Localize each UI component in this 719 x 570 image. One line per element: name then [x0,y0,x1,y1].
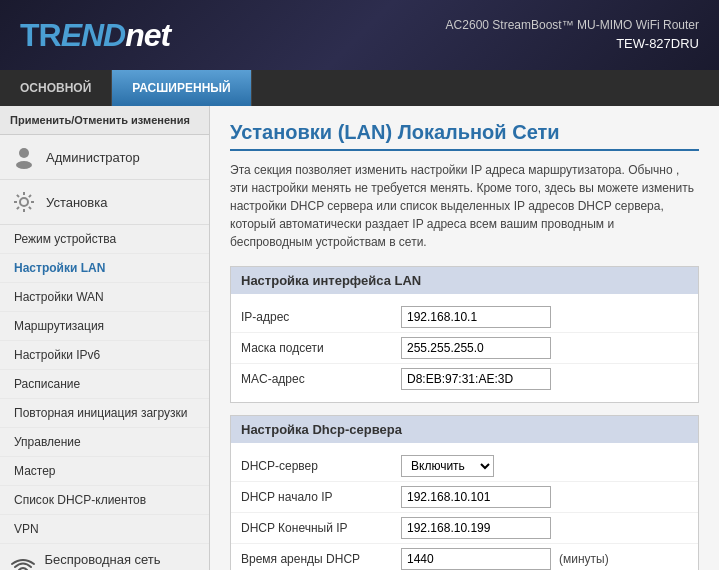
sidebar-item-wifi-label: Беспроводная сеть 2.4GHz [44,552,199,570]
dhcp-lease-time-input[interactable] [401,548,551,570]
sidebar-item-setup-label: Установка [46,195,107,210]
dhcp-start-ip-input[interactable] [401,486,551,508]
tab-basic[interactable]: ОСНОВНОЙ [0,70,112,106]
page-description: Эта секция позволяет изменить настройки … [230,161,699,251]
ip-address-label: IP-адрес [241,310,401,324]
setup-icon [10,188,38,216]
page-title: Установки (LAN) Локальной Сети [230,121,699,151]
header-info: AC2600 StreamBoost™ MU-MIMO WiFi Router … [446,16,699,54]
dhcp-end-ip-input[interactable] [401,517,551,539]
dhcp-lease-time-unit: (минуты) [559,552,609,566]
mac-address-label: MAC-адрес [241,372,401,386]
tab-advanced[interactable]: РАСШИРЕННЫЙ [112,70,251,106]
dhcp-start-ip-row: DHCP начало IP [231,482,698,513]
mac-address-row: MAC-адрес [231,364,698,394]
sidebar-item-ipv6[interactable]: Настройки IPv6 [0,341,209,370]
sidebar-item-wifi-24[interactable]: Беспроводная сеть 2.4GHz [0,544,209,570]
dhcp-server-label: DHCP-сервер [241,459,401,473]
sidebar: Применить/Отменить изменения Администрат… [0,106,210,570]
sidebar-item-wizard[interactable]: Мастер [0,457,209,486]
dhcp-header: Настройка Dhcp-сервера [231,416,698,443]
admin-icon [10,143,38,171]
lan-interface-section: Настройка интерфейса LAN IP-адрес Маска … [230,266,699,403]
dhcp-server-select[interactable]: Включить Отключить [401,455,494,477]
sidebar-item-management[interactable]: Управление [0,428,209,457]
sidebar-item-setup[interactable]: Установка [0,180,209,225]
sidebar-item-reboot[interactable]: Повторная инициация загрузки [0,399,209,428]
sidebar-item-routing[interactable]: Маршрутизация [0,312,209,341]
lan-interface-body: IP-адрес Маска подсети MAC-адрес [231,294,698,402]
svg-point-2 [20,198,28,206]
sidebar-item-admin[interactable]: Администратор [0,135,209,180]
sidebar-item-device-mode[interactable]: Режим устройства [0,225,209,254]
logo: TRENDnet [20,17,170,54]
dhcp-end-ip-label: DHCP Конечный IP [241,521,401,535]
svg-point-0 [19,148,29,158]
dhcp-section: Настройка Dhcp-сервера DHCP-сервер Включ… [230,415,699,570]
sidebar-item-vpn[interactable]: VPN [0,515,209,544]
main-layout: Применить/Отменить изменения Администрат… [0,106,719,570]
sidebar-item-lan-settings[interactable]: Настройки LAN [0,254,209,283]
ip-address-row: IP-адрес [231,302,698,333]
nav-tabs: ОСНОВНОЙ РАСШИРЕННЫЙ [0,70,719,106]
ip-address-input[interactable] [401,306,551,328]
sidebar-item-wan-settings[interactable]: Настройки WAN [0,283,209,312]
subnet-mask-input[interactable] [401,337,551,359]
subnet-mask-label: Маска подсети [241,341,401,355]
product-line: AC2600 StreamBoost™ MU-MIMO WiFi Router [446,16,699,34]
dhcp-end-ip-row: DHCP Конечный IP [231,513,698,544]
sidebar-item-admin-label: Администратор [46,150,140,165]
logo-text: TRENDnet [20,17,170,54]
svg-point-1 [16,161,32,169]
dhcp-start-ip-label: DHCP начало IP [241,490,401,504]
lan-interface-header: Настройка интерфейса LAN [231,267,698,294]
header: TRENDnet AC2600 StreamBoost™ MU-MIMO WiF… [0,0,719,70]
dhcp-lease-time-label: Время аренды DHCP [241,552,401,566]
dhcp-body: DHCP-сервер Включить Отключить DHCP нача… [231,443,698,570]
mac-address-input[interactable] [401,368,551,390]
model: TEW-827DRU [446,34,699,54]
sidebar-item-schedule[interactable]: Расписание [0,370,209,399]
dhcp-lease-time-row: Время аренды DHCP (минуты) [231,544,698,570]
content-area: Установки (LAN) Локальной Сети Эта секци… [210,106,719,570]
subnet-mask-row: Маска подсети [231,333,698,364]
sidebar-item-dhcp-clients[interactable]: Список DHCP-клиентов [0,486,209,515]
dhcp-server-row: DHCP-сервер Включить Отключить [231,451,698,482]
wifi-24-icon [10,553,36,570]
sidebar-apply-section: Применить/Отменить изменения [0,106,209,135]
